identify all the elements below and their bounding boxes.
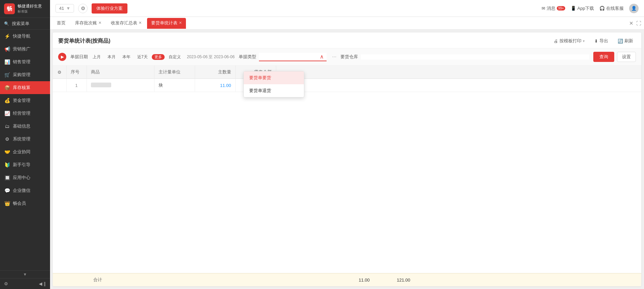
export-icon: ⬇ bbox=[594, 39, 598, 44]
logo-title: 畅捷通好生意 bbox=[18, 4, 42, 9]
sidebar-item-operations[interactable]: 📈 经营管理 bbox=[0, 107, 50, 120]
user-avatar[interactable]: 👤 bbox=[629, 4, 639, 13]
guide-icon: 🔰 bbox=[4, 162, 10, 168]
quick-nav-label: 快捷导航 bbox=[13, 33, 30, 39]
sidebar-item-member[interactable]: 👑 畅会员 bbox=[0, 197, 50, 210]
message-icon: ✉ bbox=[542, 6, 545, 11]
warehouse-input[interactable] bbox=[361, 54, 589, 60]
apps-icon: 🔲 bbox=[4, 175, 10, 180]
messages-btn[interactable]: ✉ 消息 99+ bbox=[542, 5, 565, 12]
messages-badge: 99+ bbox=[557, 6, 565, 10]
tab-inventory-batch-close[interactable]: ✕ bbox=[98, 21, 101, 25]
sidebar-item-cooperation[interactable]: 🤝 企业协同 bbox=[0, 146, 50, 158]
th-unit: 主计量单位 bbox=[154, 66, 195, 79]
dropdown-item-req-order[interactable]: 要货单要货 bbox=[244, 71, 304, 84]
filter-toggle-btn[interactable]: ▶ bbox=[58, 53, 66, 61]
sidebar-item-inventory[interactable]: 📦 库存核算 bbox=[0, 81, 50, 94]
sidebar-item-finance[interactable]: 💰 资金管理 bbox=[0, 94, 50, 107]
sidebar-settings-icon[interactable]: ⚙ bbox=[4, 281, 8, 286]
refresh-btn[interactable]: 🔄 刷新 bbox=[615, 37, 636, 45]
tab-inventory-batch-label: 库存批次账 bbox=[75, 20, 97, 26]
wechat-label: 企业微信 bbox=[13, 187, 30, 194]
store-select[interactable]: 41 ▼ bbox=[55, 4, 74, 13]
filter-bar: ▶ 单据日期 上月 本月 本年 近7天 更多 自定义 2023-05-06 至 … bbox=[53, 48, 641, 66]
print-chevron: ▾ bbox=[583, 39, 585, 43]
warehouse-group: 要货仓库 bbox=[340, 54, 589, 60]
sidebar-item-system[interactable]: ⚙ 系统管理 bbox=[0, 133, 50, 146]
sidebar-item-purchase[interactable]: 🛒 采购管理 bbox=[0, 68, 50, 81]
sidebar-item-guide[interactable]: 🔰 新手引导 bbox=[0, 158, 50, 171]
date-opt-more[interactable]: 更多 bbox=[152, 54, 165, 60]
app-download-btn[interactable]: 📱 App下载 bbox=[571, 5, 594, 12]
sidebar-item-base-info[interactable]: 🗂 基础信息 bbox=[0, 120, 50, 133]
store-select-chevron: ▼ bbox=[66, 6, 70, 11]
tab-requisition-stats-close[interactable]: ✕ bbox=[179, 21, 182, 25]
sidebar-collapse-icon[interactable]: ◀ ‖ bbox=[39, 281, 46, 286]
logo-subtitle: 标准版 bbox=[18, 9, 42, 14]
sidebar-item-apps[interactable]: 🔲 应用中心 bbox=[0, 171, 50, 184]
date-opt-custom[interactable]: 自定义 bbox=[166, 53, 184, 61]
sidebar-item-wechat[interactable]: 💬 企业微信 bbox=[0, 184, 50, 197]
tab-inventory-batch[interactable]: 库存批次账 ✕ bbox=[71, 18, 105, 29]
table-row: 1 块 11.00 121.00 bbox=[53, 79, 641, 92]
footer-label: 合计 bbox=[93, 277, 102, 283]
data-table: ⚙ 序号 商品 主计量单位 主数量 零售金额 1 bbox=[53, 66, 641, 92]
page-actions: 🖨 按模板打印 ▾ ⬇ 导出 🔄 刷新 bbox=[551, 37, 636, 45]
tab-requisition-stats[interactable]: 要货单统计表 ✕ bbox=[147, 18, 186, 29]
sidebar-item-sales[interactable]: 📊 销售管理 bbox=[0, 55, 50, 68]
print-icon: 🖨 bbox=[554, 39, 558, 44]
date-opt-current[interactable]: 本月 bbox=[105, 53, 118, 61]
cooperation-icon: 🤝 bbox=[4, 149, 10, 155]
tabs-controls: ✕ ⛶ bbox=[629, 20, 641, 26]
system-label: 系统管理 bbox=[13, 136, 30, 142]
export-btn[interactable]: ⬇ 导出 bbox=[592, 37, 611, 45]
filter-date-group: 单据日期 上月 本月 本年 近7天 更多 自定义 2023-05-06 至 20… bbox=[70, 53, 235, 61]
sidebar-item-quick-nav[interactable]: ⚡ 快捷导航 bbox=[0, 30, 50, 43]
sidebar-nav: ⚡ 快捷导航 📢 营销推广 📊 销售管理 🛒 采购管理 📦 库存核算 💰 资金管… bbox=[0, 30, 50, 270]
tab-home-label: 首页 bbox=[57, 20, 66, 26]
settings-filter-btn[interactable]: 设置 bbox=[617, 52, 636, 62]
dropdown-item-req-return[interactable]: 要货单退货 bbox=[244, 84, 304, 97]
refresh-icon: 🔄 bbox=[618, 39, 623, 44]
tabs-bar: 首页 库存批次账 ✕ 收发存汇总表 ✕ 要货单统计表 ✕ ✕ ⛶ bbox=[50, 17, 644, 30]
date-range-display: 2023-05-06 至 2023-06-06 bbox=[187, 54, 235, 60]
th-settings[interactable]: ⚙ bbox=[53, 66, 66, 79]
sidebar-footer[interactable]: ⚙ ◀ ‖ bbox=[0, 278, 50, 289]
td-settings bbox=[53, 79, 66, 92]
date-opt-year[interactable]: 本年 bbox=[120, 53, 133, 61]
tab-requisition-stats-label: 要货单统计表 bbox=[151, 20, 177, 26]
sidebar-item-marketing[interactable]: 📢 营销推广 bbox=[0, 43, 50, 55]
tab-collect-summary-close[interactable]: ✕ bbox=[139, 21, 142, 25]
messages-label: 消息 bbox=[547, 5, 555, 12]
tab-collect-summary[interactable]: 收发存汇总表 ✕ bbox=[107, 18, 146, 29]
sidebar-scroll-down[interactable]: ▼ bbox=[0, 270, 50, 278]
type-filter-more-btn[interactable]: ··· bbox=[332, 54, 336, 60]
inventory-label: 库存核算 bbox=[13, 85, 30, 91]
search-icon: 🔍 bbox=[4, 21, 9, 26]
th-quantity: 主数量 bbox=[195, 66, 235, 79]
type-select[interactable]: ∧ bbox=[259, 53, 327, 61]
tabs-expand-btn[interactable]: ⛶ bbox=[636, 20, 641, 26]
search-menu[interactable]: 🔍 搜索菜单 bbox=[0, 18, 50, 30]
date-opt-7days[interactable]: 近7天 bbox=[135, 53, 150, 61]
query-btn[interactable]: 查询 bbox=[593, 52, 614, 62]
type-select-chevron-up: ∧ bbox=[320, 53, 324, 60]
quantity-link[interactable]: 11.00 bbox=[220, 83, 231, 88]
th-product: 商品 bbox=[87, 66, 154, 79]
tab-home[interactable]: 首页 bbox=[53, 18, 70, 29]
quick-nav-icon: ⚡ bbox=[4, 34, 10, 39]
online-service-label: 在线客服 bbox=[606, 5, 624, 12]
app-download-icon: 📱 bbox=[571, 6, 576, 11]
tabs-close-all-btn[interactable]: ✕ bbox=[629, 20, 634, 26]
td-extra bbox=[276, 79, 641, 92]
date-opt-up[interactable]: 上月 bbox=[90, 53, 103, 61]
topbar-settings-btn[interactable]: ⚙ bbox=[78, 4, 88, 13]
print-btn[interactable]: 🖨 按模板打印 ▾ bbox=[551, 37, 588, 45]
date-range-options: 上月 本月 本年 近7天 更多 自定义 bbox=[90, 53, 184, 61]
app-download-label: App下载 bbox=[577, 5, 594, 12]
base-info-icon: 🗂 bbox=[4, 124, 10, 129]
industry-btn[interactable]: 体验行业方案 bbox=[92, 3, 127, 14]
online-service-btn[interactable]: 🎧 在线客服 bbox=[599, 5, 624, 12]
table-settings-icon[interactable]: ⚙ bbox=[57, 70, 62, 75]
refresh-label: 刷新 bbox=[624, 38, 633, 44]
